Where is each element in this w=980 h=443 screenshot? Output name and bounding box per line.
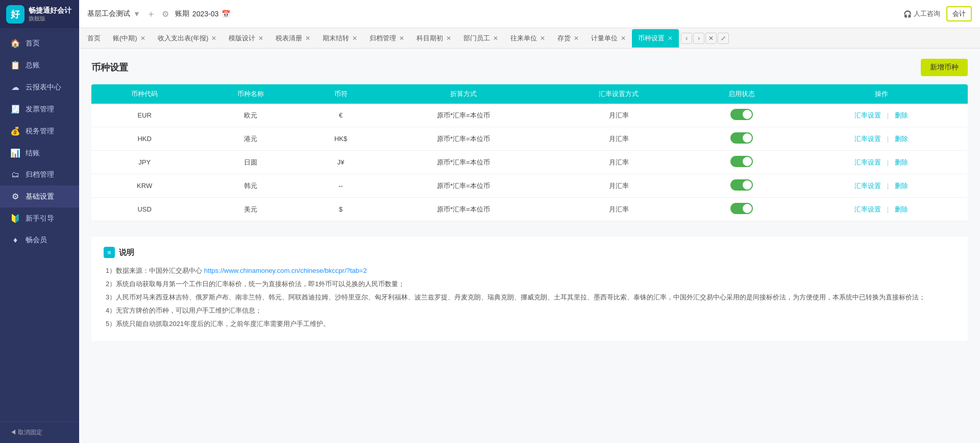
tab-prev-button[interactable]: ‹	[681, 33, 692, 44]
tab-annual[interactable]: 收入支出表(年报) ✕	[152, 29, 223, 48]
invoice-icon: 🧾	[10, 104, 20, 114]
sidebar-item-member[interactable]: ♦ 畅会员	[0, 229, 79, 251]
tab-expand-button[interactable]: ⤢	[718, 33, 729, 44]
action-separator: |	[887, 111, 889, 119]
rate-setting-link[interactable]: 汇率设置	[854, 205, 881, 213]
logo-icon: 好	[6, 5, 24, 24]
delete-link[interactable]: 删除	[895, 205, 908, 213]
rate-setting-link[interactable]: 汇率设置	[854, 158, 881, 166]
col-header-calc: 折算方式	[378, 84, 549, 104]
tab-close-icon[interactable]: ✕	[399, 35, 404, 42]
cell-status[interactable]	[689, 151, 795, 174]
company-settings-icon[interactable]: ⚙	[162, 9, 169, 19]
ledger-icon: 📋	[10, 60, 20, 70]
cell-status[interactable]	[689, 127, 795, 151]
notes-title-label: 说明	[119, 248, 134, 258]
new-currency-button[interactable]: 新增币种	[921, 59, 968, 76]
tab-close-icon[interactable]: ✕	[621, 35, 626, 42]
tab-close-icon[interactable]: ✕	[305, 35, 310, 42]
tab-close-icon[interactable]: ✕	[540, 35, 545, 42]
table-row: USD 美元 $ 原币*汇率=本位币 月汇率 汇率设置 | 删除	[91, 198, 968, 221]
list-item: 5）系统只能自动抓取2021年度后的汇率，之前年度汇率需要用户手工维护。	[104, 317, 955, 331]
sidebar-item-archive[interactable]: 🗂 归档管理	[0, 164, 79, 185]
cell-name: 港元	[198, 127, 304, 151]
cell-actions: 汇率设置 | 删除	[795, 151, 968, 174]
tab-close-all-button[interactable]: ✕	[705, 33, 717, 44]
rate-setting-link[interactable]: 汇率设置	[854, 135, 881, 143]
help-button[interactable]: 🎧 人工咨询	[903, 9, 940, 18]
cell-status[interactable]	[689, 104, 795, 127]
enabled-toggle[interactable]	[730, 156, 753, 167]
account-button[interactable]: 会计	[946, 6, 972, 21]
tab-label: 税表清册	[276, 34, 302, 43]
sidebar-item-guide[interactable]: 🔰 新手引导	[0, 207, 79, 229]
sidebar-item-settings[interactable]: ⚙ 基础设置	[0, 185, 79, 207]
sidebar-item-reports[interactable]: ☁ 云报表中心	[0, 76, 79, 98]
period-selector[interactable]: 账期 2023-03 📅	[175, 9, 230, 18]
cell-rate-method: 月汇率	[549, 104, 689, 127]
tab-archive[interactable]: 归档管理 ✕	[363, 29, 410, 48]
tab-close-icon[interactable]: ✕	[493, 35, 498, 42]
notes-list: 1）数据来源：中国外汇交易中心 https://www.chinamoney.c…	[104, 264, 955, 331]
sidebar-pin-toggle[interactable]: ◀ 取消固定	[0, 422, 79, 443]
tab-close-icon[interactable]: ✕	[352, 35, 357, 42]
tab-tax[interactable]: 税表清册 ✕	[270, 29, 316, 48]
cell-rate-method: 月汇率	[549, 127, 689, 151]
sidebar-item-checkout[interactable]: 📊 结账	[0, 142, 79, 164]
notes-section: ≡ 说明 1）数据来源：中国外汇交易中心 https://www.chinamo…	[91, 237, 968, 341]
delete-link[interactable]: 删除	[895, 135, 908, 143]
home-icon: 🏠	[10, 38, 20, 48]
sidebar-item-ledger[interactable]: 📋 总账	[0, 54, 79, 76]
tab-label: 模版设计	[229, 34, 255, 43]
delete-link[interactable]: 删除	[895, 111, 908, 119]
tab-currency[interactable]: 币种设置 ✕	[632, 29, 679, 48]
tab-template[interactable]: 模版设计 ✕	[223, 29, 270, 48]
tab-close-icon[interactable]: ✕	[140, 35, 145, 42]
tab-dept[interactable]: 部门员工 ✕	[457, 29, 504, 48]
col-header-status: 启用状态	[689, 84, 795, 104]
calendar-icon: 📅	[222, 10, 230, 18]
enabled-toggle[interactable]	[730, 179, 753, 191]
company-selector[interactable]: 基层工会测试 ▼	[87, 9, 140, 18]
cell-status[interactable]	[689, 174, 795, 198]
sidebar-item-label: 云报表中心	[26, 83, 61, 92]
notes-title: ≡ 说明	[104, 247, 955, 258]
tab-label: 币种设置	[638, 34, 665, 43]
enabled-toggle[interactable]	[730, 109, 753, 120]
sidebar-item-invoice[interactable]: 🧾 发票管理	[0, 98, 79, 120]
tab-close-icon[interactable]: ✕	[258, 35, 263, 42]
company-name: 基层工会测试	[87, 9, 130, 18]
sidebar-item-tax[interactable]: 💰 税务管理	[0, 120, 79, 142]
tab-close-icon[interactable]: ✕	[574, 35, 579, 42]
tab-finance[interactable]: 账(中期) ✕	[107, 29, 152, 48]
cell-status[interactable]	[689, 198, 795, 221]
cell-code: HKD	[91, 127, 198, 151]
cell-symbol: HK$	[304, 127, 378, 151]
tab-next-button[interactable]: ›	[693, 33, 704, 44]
enabled-toggle[interactable]	[730, 132, 753, 144]
headset-icon: 🎧	[903, 10, 912, 18]
tab-accounts[interactable]: 科目期初 ✕	[410, 29, 457, 48]
sidebar-item-home[interactable]: 🏠 首页	[0, 32, 79, 54]
delete-link[interactable]: 删除	[895, 182, 908, 190]
enabled-toggle[interactable]	[730, 203, 753, 214]
tab-period-end[interactable]: 期末结转 ✕	[316, 29, 363, 48]
logo-title: 畅捷通好会计	[29, 6, 71, 15]
rate-setting-link[interactable]: 汇率设置	[854, 182, 881, 190]
tab-units[interactable]: 往来单位 ✕	[504, 29, 551, 48]
rate-setting-link[interactable]: 汇率设置	[854, 111, 881, 119]
tab-inventory[interactable]: 存货 ✕	[551, 29, 585, 48]
delete-link[interactable]: 删除	[895, 158, 908, 166]
tab-measure[interactable]: 计量单位 ✕	[585, 29, 632, 48]
page-title: 币种设置	[91, 61, 128, 74]
add-tab-button[interactable]: ＋	[146, 8, 156, 20]
external-link[interactable]: https://www.chinamoney.com.cn/chinese/bk…	[204, 267, 367, 274]
tab-home[interactable]: 首页	[81, 29, 107, 48]
cell-code: USD	[91, 198, 198, 221]
col-header-symbol: 币符	[304, 84, 378, 104]
tab-close-icon[interactable]: ✕	[211, 35, 216, 42]
tab-close-icon[interactable]: ✕	[668, 35, 673, 42]
cell-rate-method: 月汇率	[549, 151, 689, 174]
tab-close-icon[interactable]: ✕	[446, 35, 451, 42]
list-item: 3）人民币对马来西亚林吉特、俄罗斯卢布、南非兰特、韩元、阿联酋迪拉姆、沙特里亚尔…	[104, 291, 955, 304]
